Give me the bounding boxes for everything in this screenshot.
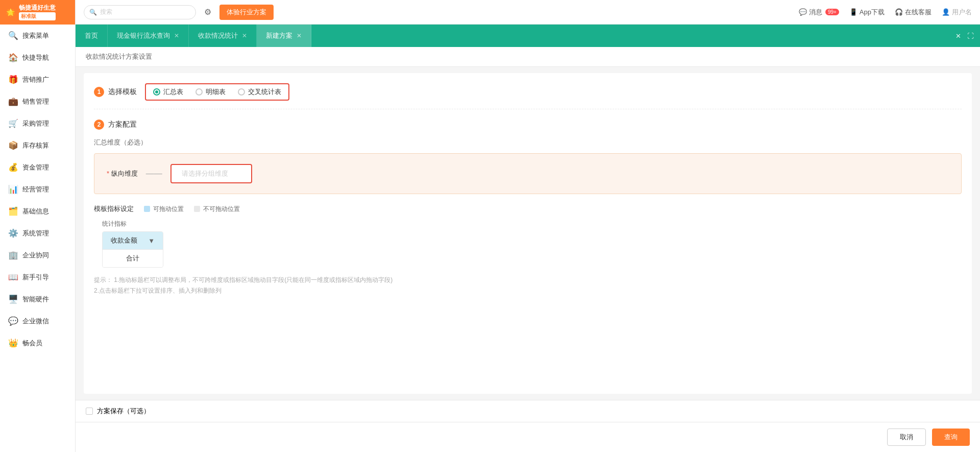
step2-section: 2 方案配置 汇总维度（必选） * 纵向维度 —— 请选择分组维度	[94, 120, 962, 295]
drag-legend-dot	[144, 206, 150, 212]
tip2: 2.点击标题栏下拉可设置排序、插入列和删除列	[94, 287, 962, 295]
radio-dot-detail	[195, 88, 203, 96]
online-service-label: 在线客服	[905, 8, 932, 17]
tab-new-plan-close[interactable]: ✕	[297, 32, 302, 39]
home-icon: 🏠	[8, 53, 18, 62]
tab-maximize-icon[interactable]: ⛶	[967, 32, 974, 40]
dimension-box: * 纵向维度 —— 请选择分组维度	[94, 153, 962, 194]
online-service-action[interactable]: 🎧 在线客服	[895, 8, 932, 17]
sidebar-label-marketing: 营销推广	[22, 75, 49, 84]
tab-bar-right: ✕ ⛶	[949, 25, 980, 47]
sidebar-item-guide[interactable]: 📖 新手引导	[0, 266, 75, 288]
service-icon: 🎧	[895, 8, 903, 16]
search-box[interactable]: 🔍 搜索	[84, 5, 196, 19]
tab-bank-flow[interactable]: 现金银行流水查询 ✕	[108, 25, 189, 47]
query-button[interactable]: 查询	[932, 429, 970, 446]
logo-name: 畅捷通好生意	[19, 4, 56, 12]
tab-collection-stats[interactable]: 收款情况统计 ✕	[189, 25, 257, 47]
user-icon: 👤	[942, 8, 950, 16]
top-bar-actions: 💬 消息 99+ 📱 App下载 🎧 在线客服 👤 用户名	[799, 8, 972, 17]
vertical-dim-text: 纵向维度	[111, 170, 138, 177]
inventory-icon: 📦	[8, 140, 18, 150]
radio-summary[interactable]: 汇总表	[153, 87, 183, 97]
step1-label: 选择模板	[108, 87, 137, 97]
nodrag-legend-label: 不可拖动位置	[203, 205, 240, 213]
gift-icon: 🎁	[8, 75, 18, 84]
tab-new-plan[interactable]: 新建方案 ✕	[257, 25, 311, 47]
radio-detail[interactable]: 明细表	[195, 87, 226, 97]
sidebar-item-basic-info[interactable]: 🗂️ 基础信息	[0, 200, 75, 222]
sidebar-label-wechat: 企业微信	[22, 317, 49, 326]
sidebar-item-hardware[interactable]: 🖥️ 智能硬件	[0, 288, 75, 310]
sidebar-item-system[interactable]: ⚙️ 系统管理	[0, 222, 75, 244]
sidebar-item-search-menu[interactable]: 🔍 搜索菜单	[0, 25, 75, 46]
save-row: 方案保存（可选）	[76, 400, 980, 422]
template-radio-group: 汇总表 明细表 交叉统计表	[145, 83, 289, 101]
message-badge: 99+	[825, 9, 839, 15]
sidebar-item-purchase[interactable]: 🛒 采购管理	[0, 112, 75, 134]
non-draggable-legend: 不可拖动位置	[194, 205, 240, 213]
radio-detail-label: 明细表	[206, 87, 226, 97]
sidebar-item-marketing[interactable]: 🎁 营销推广	[0, 68, 75, 90]
basic-info-icon: 🗂️	[8, 206, 18, 216]
sidebar-item-inventory[interactable]: 📦 库存核算	[0, 134, 75, 156]
tab-home-label: 首页	[85, 31, 98, 40]
dim-select-placeholder: 请选择分组维度	[182, 170, 228, 177]
search-icon: 🔍	[89, 9, 97, 16]
sidebar-item-quick-nav[interactable]: 🏠 快捷导航	[0, 46, 75, 68]
purchase-icon: 🛒	[8, 118, 18, 128]
sidebar-label-purchase: 采购管理	[22, 119, 49, 128]
sidebar-label-basic-info: 基础信息	[22, 207, 49, 216]
sidebar-label-finance: 资金管理	[22, 163, 49, 172]
breadcrumb: 收款情况统计方案设置	[76, 47, 980, 67]
nodrag-legend-dot	[194, 206, 200, 212]
logo-icon: 🌟	[6, 8, 15, 16]
message-label: 消息	[809, 8, 822, 17]
sidebar-item-sales[interactable]: 💼 销售管理	[0, 90, 75, 112]
dim-select[interactable]: 请选择分组维度	[170, 164, 252, 183]
message-action[interactable]: 💬 消息 99+	[799, 8, 839, 17]
industry-button[interactable]: 体验行业方案	[219, 5, 274, 20]
enterprise-icon: 🏢	[8, 250, 18, 260]
tab-new-plan-label: 新建方案	[266, 31, 292, 40]
sidebar-label-sales: 销售管理	[22, 97, 49, 106]
page-content: 收款情况统计方案设置 1 选择模板 汇总表 明细表	[76, 47, 980, 452]
search-placeholder: 搜索	[100, 8, 112, 16]
finance-icon: 💰	[8, 162, 18, 172]
save-checkbox[interactable]	[86, 408, 93, 415]
metrics-header-text: 收款金额	[111, 236, 137, 245]
draggable-legend: 可拖动位置	[144, 205, 184, 213]
sidebar-item-operations[interactable]: 📊 经营管理	[0, 178, 75, 200]
radio-dot-cross	[238, 88, 245, 96]
metrics-dropdown-icon[interactable]: ▼	[148, 237, 155, 245]
tab-close-all-icon[interactable]: ✕	[955, 32, 961, 40]
dim-arrow: ——	[146, 169, 162, 178]
hardware-icon: 🖥️	[8, 294, 18, 304]
cancel-button[interactable]: 取消	[887, 429, 926, 446]
radio-cross[interactable]: 交叉统计表	[238, 87, 281, 97]
required-star: *	[107, 170, 109, 177]
metrics-header-row: 模板指标设定 可拖动位置 不可拖动位置	[94, 204, 962, 213]
gear-icon[interactable]: ⚙	[204, 7, 211, 17]
sidebar-item-wechat[interactable]: 💬 企业微信	[0, 310, 75, 332]
user-action[interactable]: 👤 用户名	[942, 8, 972, 17]
wechat-icon: 💬	[8, 316, 18, 326]
tab-collection-stats-close[interactable]: ✕	[242, 32, 247, 39]
sidebar-item-member[interactable]: 👑 畅会员	[0, 332, 75, 354]
sidebar-item-enterprise[interactable]: 🏢 企业协同	[0, 244, 75, 266]
sidebar-label-hardware: 智能硬件	[22, 295, 49, 304]
tab-home[interactable]: 首页	[76, 25, 108, 47]
tab-collection-stats-label: 收款情况统计	[198, 31, 238, 40]
step2-row: 2 方案配置	[94, 120, 962, 130]
download-icon: 📱	[849, 8, 857, 16]
app-download-action[interactable]: 📱 App下载	[849, 8, 885, 17]
bottom-bar: 取消 查询	[76, 422, 980, 452]
tab-bank-flow-close[interactable]: ✕	[174, 32, 179, 39]
sidebar: 🌟 畅捷通好生意 标准版 🔍 搜索菜单 🏠 快捷导航 🎁 营销推广 💼 销售管理…	[0, 0, 76, 452]
sales-icon: 💼	[8, 97, 18, 106]
user-label: 用户名	[952, 8, 972, 17]
metrics-header-cell[interactable]: 收款金额 ▼	[103, 232, 163, 249]
sidebar-item-finance[interactable]: 💰 资金管理	[0, 156, 75, 178]
sidebar-label-enterprise: 企业协同	[22, 251, 49, 260]
step2-label: 方案配置	[108, 120, 137, 129]
